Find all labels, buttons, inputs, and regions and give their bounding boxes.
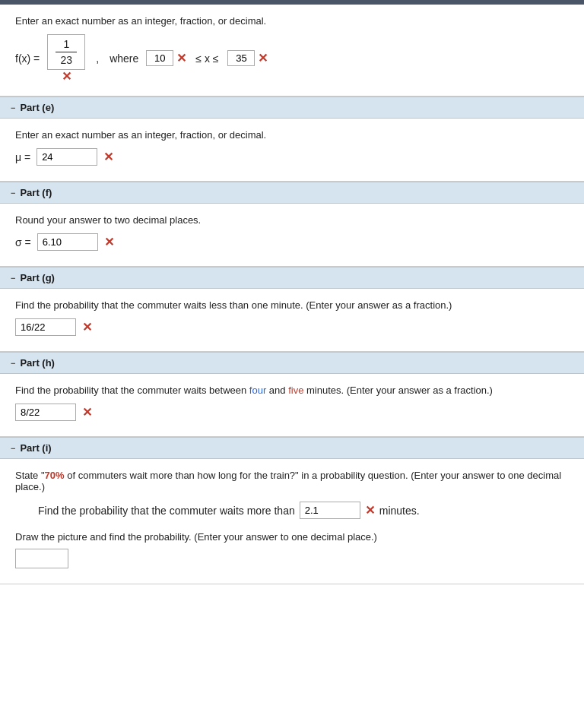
part-i-label: Part (i) (20, 442, 51, 454)
fraction-denominator: 23 (56, 52, 77, 66)
part-i-draw-text: Draw the picture and find the probabilit… (15, 531, 569, 543)
part-i-subrow: Find the probability that the commuter w… (15, 502, 569, 519)
part-f-label: Part (f) (20, 187, 52, 198)
part-h-header[interactable]: − Part (h) (0, 352, 584, 374)
part-f-collapse-icon: − (11, 188, 15, 198)
part-e-answer-label: μ = (15, 151, 30, 163)
upper-bound-group: ✕ (227, 50, 268, 66)
part-g-label: Part (g) (20, 272, 55, 283)
part-h-answer-row: ✕ (15, 404, 569, 421)
leq-symbol: ≤ x ≤ (195, 52, 218, 65)
part-f-xmark[interactable]: ✕ (104, 235, 114, 249)
part-h-instruction: Find the probability that the commuter w… (15, 385, 569, 396)
part-i-draw-input[interactable] (15, 549, 68, 568)
part-g-header[interactable]: − Part (g) (0, 267, 584, 289)
part-f-answer-label: σ = (15, 236, 31, 248)
part-i-subrow-pre: Find the probability that the commuter w… (38, 505, 295, 517)
fraction-xmark[interactable]: ✕ (62, 69, 71, 84)
fx-row: f(x) = 1 23 ✕ , where ✕ ≤ x ≤ ✕ (15, 34, 569, 82)
part-i-section: − Part (i) State "70% of commuters wait … (0, 437, 584, 584)
fx-label: f(x) = (15, 52, 40, 65)
part-g-input[interactable] (15, 318, 76, 336)
part-i-pct: 70% (45, 470, 65, 481)
part-e-collapse-icon: − (11, 103, 15, 112)
part-e-label: Part (e) (20, 102, 54, 113)
lower-bound-xmark[interactable]: ✕ (176, 51, 186, 65)
part-e-header[interactable]: − Part (e) (0, 97, 584, 119)
fraction-box: 1 23 (47, 34, 85, 70)
part-h-instruction-pre: Find the probability that the commuter w… (15, 385, 249, 396)
part-e-xmark[interactable]: ✕ (103, 150, 113, 164)
part-i-subrow-post: minutes. (379, 505, 420, 517)
part-e-answer-row: μ = ✕ (15, 148, 569, 166)
fx-instruction: Enter an exact number as an integer, fra… (15, 15, 569, 27)
part-g-answer-row: ✕ (15, 318, 569, 336)
part-g-xmark[interactable]: ✕ (82, 320, 92, 334)
part-f-header[interactable]: − Part (f) (0, 182, 584, 204)
part-e-instruction: Enter an exact number as an integer, fra… (15, 129, 569, 141)
part-i-question: State "70% of commuters wait more than h… (15, 470, 569, 492)
part-i-header[interactable]: − Part (i) (0, 437, 584, 459)
where-label: where (110, 52, 138, 65)
fx-section: Enter an exact number as an integer, fra… (0, 5, 584, 97)
lower-bound-group: ✕ (146, 50, 186, 66)
fraction-container: 1 23 ✕ (47, 34, 85, 70)
part-h-word-four: four (249, 385, 266, 396)
part-h-collapse-icon: − (11, 359, 15, 368)
part-e-section: − Part (e) Enter an exact number as an i… (0, 97, 584, 182)
part-h-input[interactable] (15, 404, 76, 421)
part-h-body: Find the probability that the commuter w… (0, 374, 584, 437)
part-f-section: − Part (f) Round your answer to two deci… (0, 182, 584, 267)
part-f-instruction: Round your answer to two decimal places. (15, 214, 569, 226)
part-h-instruction-mid: and (266, 385, 288, 396)
part-g-body: Find the probability that the commuter w… (0, 289, 584, 352)
part-i-subrow-input[interactable] (300, 502, 360, 519)
part-h-xmark[interactable]: ✕ (82, 405, 92, 419)
part-h-section: − Part (h) Find the probability that the… (0, 352, 584, 437)
part-i-question-post: of commuters wait more than how long for… (15, 470, 561, 492)
fraction-numerator: 1 (56, 38, 77, 52)
part-i-collapse-icon: − (11, 444, 15, 453)
part-i-question-pre: State " (15, 470, 45, 481)
part-e-body: Enter an exact number as an integer, fra… (0, 119, 584, 182)
part-h-word-five: five (288, 385, 303, 396)
part-e-input[interactable] (36, 148, 97, 166)
upper-bound-xmark[interactable]: ✕ (258, 51, 268, 65)
part-f-answer-row: σ = ✕ (15, 233, 569, 251)
part-i-subrow-xmark[interactable]: ✕ (365, 503, 375, 518)
lower-bound-input[interactable] (146, 50, 173, 66)
part-f-body: Round your answer to two decimal places.… (0, 204, 584, 267)
page-container: Enter an exact number as an integer, fra… (0, 5, 584, 584)
upper-bound-input[interactable] (227, 50, 255, 66)
part-i-body: State "70% of commuters wait more than h… (0, 459, 584, 584)
part-g-instruction: Find the probability that the commuter w… (15, 299, 569, 311)
comma: , (96, 52, 99, 65)
part-g-section: − Part (g) Find the probability that the… (0, 267, 584, 352)
part-h-instruction-post: minutes. (Enter your answer as a fractio… (303, 385, 493, 396)
part-h-label: Part (h) (20, 357, 55, 369)
part-f-input[interactable] (37, 233, 98, 251)
part-g-collapse-icon: − (11, 274, 15, 283)
